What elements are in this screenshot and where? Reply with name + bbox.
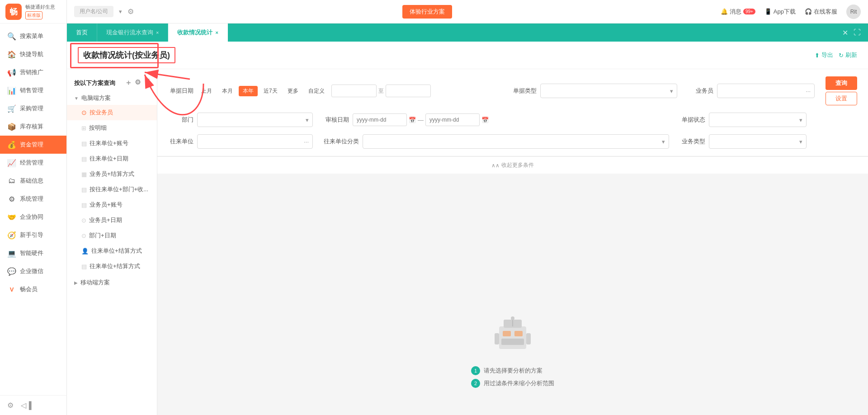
tab-bank[interactable]: 现金银行流水查询 × <box>97 24 168 42</box>
last-7-days-btn[interactable]: 近7天 <box>259 86 282 96</box>
filter-item-date: 单据日期 上月 本月 本年 近7天 更多 自定义 <box>168 85 500 97</box>
page-header: 收款情况统计(按业务员) ⬆ 导出 ↻ 刷新 <box>67 42 868 69</box>
scheme-item-dept-date[interactable]: ⊙ 部门+日期 <box>67 228 157 243</box>
user-info[interactable]: Rit <box>846 5 861 19</box>
collapse-icon: ∧∧ <box>491 162 500 169</box>
filter-item-biz-type: 业务类型 ▾ <box>680 134 807 149</box>
more-date-btn[interactable]: 更多 <box>283 86 302 96</box>
purchase-icon: 🛒 <box>7 104 16 113</box>
sidebar-item-purchase[interactable]: 🛒 采购管理 <box>0 99 66 118</box>
this-year-btn[interactable]: 本年 <box>239 86 258 96</box>
review-date-to-input[interactable] <box>425 113 480 126</box>
date-to-input[interactable]: 2023-12-31 <box>386 85 431 97</box>
export-button[interactable]: ⬆ 导出 <box>815 51 833 59</box>
maximize-window-icon[interactable]: ⛶ <box>854 28 861 37</box>
settings-bottom-icon[interactable]: ⚙ <box>7 401 14 410</box>
scheme-item-salesperson-settle[interactable]: ▦ 业务员+结算方式 <box>67 166 157 182</box>
scheme-item-partner-settle2[interactable]: ▤ 往来单位+结算方式 <box>67 259 157 274</box>
sidebar-item-wechat[interactable]: 💬 企业微信 <box>0 262 66 280</box>
query-button[interactable]: 查询 <box>826 76 857 90</box>
dept-label: 部门 <box>168 116 193 124</box>
scheme-item-partner-settle1[interactable]: 👤 往来单位+结算方式 <box>67 243 157 259</box>
add-scheme-icon[interactable]: ＋ <box>125 78 132 88</box>
custom-date-btn[interactable]: 自定义 <box>304 86 329 96</box>
messages-label: 消息 <box>730 8 741 16</box>
scheme-group-mobile-title[interactable]: ▶ 移动端方案 <box>67 276 157 289</box>
scheme-item-detail[interactable]: ⊞ 按明细 <box>67 120 157 136</box>
review-date-cal-icon2[interactable]: 📅 <box>481 117 489 123</box>
partner-category-dropdown[interactable]: ▾ <box>363 134 669 149</box>
this-month-btn[interactable]: 本月 <box>218 86 237 96</box>
collapse-sidebar-icon[interactable]: ◁▐ <box>21 401 31 410</box>
scheme-header: 按以下方案查询 ＋ ⚙ 《 <box>67 75 157 91</box>
scheme-item-salesperson-account[interactable]: ▤ 业务员+账号 <box>67 197 157 212</box>
group-desktop-label: 电脑端方案 <box>81 94 111 102</box>
collapse-bar[interactable]: ∧∧ 收起更多条件 <box>157 156 868 174</box>
sidebar-item-sales[interactable]: 📊 销售管理 <box>0 81 66 99</box>
sidebar-item-shortcut[interactable]: 🏠 快捷导航 <box>0 45 66 63</box>
scheme-item-partner-dept[interactable]: ▤ 按往来单位+部门+收... <box>67 182 157 197</box>
sidebar-item-search[interactable]: 🔍 搜索菜单 <box>0 27 66 45</box>
topbar-gear-icon[interactable]: ⚙ <box>127 7 134 16</box>
filter-row-3: 往来单位 ··· 往来单位分类 ▾ <box>168 134 857 149</box>
manage-scheme-icon[interactable]: ⚙ <box>135 78 141 88</box>
doc-type-dropdown[interactable]: ▾ <box>540 84 677 98</box>
doc-status-dropdown[interactable]: ▾ <box>709 113 807 127</box>
scheme-item-partner-date[interactable]: ▤ 往来单位+日期 <box>67 151 157 166</box>
svg-rect-6 <box>501 339 524 345</box>
scheme-item-partner-account[interactable]: ▤ 往来单位+账号 <box>67 136 157 151</box>
review-date-cal-icon1[interactable]: 📅 <box>409 117 416 123</box>
service-icon: 🎧 <box>805 8 812 15</box>
group-mobile-label: 移动端方案 <box>80 278 110 287</box>
filter-actions: 查询 设置 <box>826 76 857 105</box>
industry-solution-button[interactable]: 体验行业方案 <box>402 5 452 19</box>
filter-item-partner-category: 往来单位分类 ▾ <box>324 134 669 149</box>
sidebar-item-member-label: 畅会员 <box>20 285 38 293</box>
topbar-dropdown-icon[interactable]: ▾ <box>119 8 122 15</box>
tab-bank-close-icon[interactable]: × <box>156 30 159 35</box>
tab-receivable-close-icon[interactable]: × <box>215 30 218 35</box>
tab-receivable[interactable]: 收款情况统计 × <box>168 24 227 42</box>
app-download-button[interactable]: 📱 App下载 <box>764 8 796 16</box>
sidebar-item-member[interactable]: V 畅会员 <box>0 280 66 298</box>
filter-item-review-date: 审核日期 📅 — 📅 <box>324 113 669 126</box>
messages-button[interactable]: 🔔 消息 99+ <box>721 8 755 16</box>
query-panel: 单据日期 上月 本月 本年 近7天 更多 自定义 <box>157 69 868 415</box>
review-date-dash: — <box>418 117 424 123</box>
sidebar-item-inventory[interactable]: 📦 库存核算 <box>0 118 66 136</box>
sidebar-item-corp[interactable]: 🤝 企业协同 <box>0 208 66 226</box>
scheme-group-desktop-title[interactable]: ▼ 电脑端方案 <box>67 91 157 105</box>
refresh-button[interactable]: ↻ 刷新 <box>839 51 857 59</box>
partner-category-label: 往来单位分类 <box>324 137 359 146</box>
salesperson-more-icon[interactable]: ··· <box>806 88 811 94</box>
list-icon: ⊞ <box>81 125 86 132</box>
settings-button[interactable]: 设置 <box>826 92 857 105</box>
sidebar-item-hardware[interactable]: 💻 智能硬件 <box>0 244 66 262</box>
sidebar-item-operation[interactable]: 📈 经营管理 <box>0 154 66 172</box>
search-icon: 🔍 <box>7 32 16 41</box>
scheme-item-by-salesperson[interactable]: ⊙ 按业务员 <box>67 105 157 120</box>
date-from-input[interactable]: 2023-01-01 <box>331 85 377 97</box>
salesperson-dropdown[interactable]: ··· <box>717 84 815 98</box>
partner-control[interactable]: ··· <box>197 134 313 149</box>
review-date-from-input[interactable] <box>353 113 407 126</box>
online-service-button[interactable]: 🎧 在线客服 <box>805 8 837 16</box>
biz-type-chevron: ▾ <box>799 138 802 145</box>
close-window-icon[interactable]: ✕ <box>842 28 848 37</box>
collapse-scheme-icon[interactable]: 《 <box>143 78 150 88</box>
tab-home[interactable]: 首页 <box>67 24 97 42</box>
tabbar: 首页 现金银行流水查询 × 收款情况统计 × ✕ ⛶ <box>67 24 868 42</box>
sidebar-item-marketing[interactable]: 📢 营销推广 <box>0 63 66 81</box>
sidebar-item-system[interactable]: ⚙ 系统管理 <box>0 190 66 208</box>
review-date-label: 审核日期 <box>324 116 349 124</box>
sidebar-item-operation-label: 经营管理 <box>20 159 43 167</box>
partner-more-icon[interactable]: ··· <box>304 138 309 145</box>
clock-icon2: ⊙ <box>81 232 86 239</box>
sidebar-item-guide[interactable]: 🧭 新手引导 <box>0 226 66 244</box>
biz-type-dropdown[interactable]: ▾ <box>709 134 807 149</box>
last-month-btn[interactable]: 上月 <box>197 86 216 96</box>
sidebar-item-finance[interactable]: 💰 资金管理 <box>0 136 66 154</box>
sidebar-item-basic[interactable]: 🗂 基础信息 <box>0 172 66 190</box>
scheme-item-salesperson-date[interactable]: ⊙ 业务员+日期 <box>67 212 157 228</box>
dept-dropdown[interactable]: ▾ <box>197 113 313 127</box>
